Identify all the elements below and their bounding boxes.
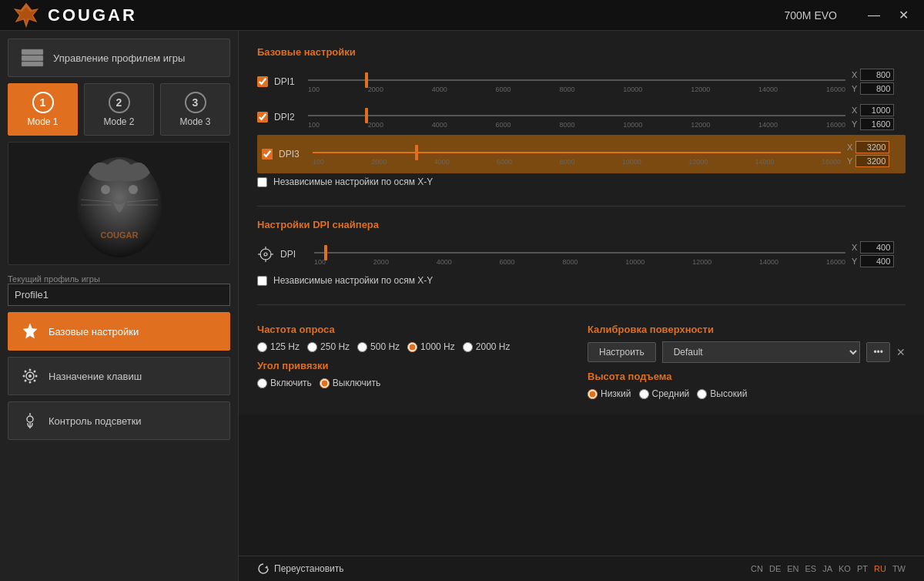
logo-area: COUGAR [12,2,137,29]
profile-section: Текущий профиль игры [8,271,230,306]
nav-basic-settings-button[interactable]: Базовые настройки [8,312,230,351]
independent-xy-sniper: Независимые настройки по осям X-Y [257,275,906,286]
mode-1-button[interactable]: 1 Mode 1 [8,83,78,136]
mode-3-number: 3 [185,92,206,113]
modes-row: 1 Mode 1 2 Mode 2 3 Mode 3 [8,83,230,136]
dpi2-y-input[interactable] [860,118,894,130]
reset-label: Переустановить [274,563,344,574]
svg-rect-4 [22,62,43,66]
lang-cn[interactable]: CN [751,564,763,573]
svg-point-21 [34,371,36,373]
mode-2-button[interactable]: 2 Mode 2 [84,83,154,136]
sniper-x-label: X [852,243,857,252]
device-title: 700M EVO [785,9,837,22]
lang-ru[interactable]: RU [874,564,886,573]
angle-radio-group: Включить Выключить [257,378,575,388]
sniper-section: Настройки DPI снайпера DPI [257,219,906,292]
lift-mid-radio[interactable] [639,389,649,399]
surface-dots-button[interactable]: ••• [866,342,890,362]
mode-2-label: Mode 2 [103,116,134,127]
nav-key-assignment-button[interactable]: Назначение клавиш [8,357,230,395]
sniper-title: Настройки DPI снайпера [257,219,906,230]
sniper-dpi-label: DPI [280,249,308,260]
mode-3-button[interactable]: 3 Mode 3 [160,83,230,136]
dpi3-checkbox[interactable] [262,149,273,160]
sniper-independent-xy-label: Независимые настройки по осям X-Y [273,275,433,286]
dpi3-y-input[interactable] [855,155,889,167]
polling-250-radio[interactable] [307,342,317,352]
reset-button[interactable]: Переустановить [257,563,344,575]
polling-500-radio[interactable] [357,342,367,352]
titlebar: COUGAR 700M EVO — ✕ [0,0,924,31]
polling-125-label[interactable]: 125 Hz [257,341,300,352]
lang-es[interactable]: ES [805,564,817,573]
lang-tw[interactable]: TW [892,564,906,573]
dpi3-x-input[interactable] [855,141,889,153]
polling-250-label[interactable]: 250 Hz [307,341,350,352]
angle-on-radio[interactable] [257,378,267,388]
dpi1-x-input[interactable] [860,69,894,81]
lift-mid-label[interactable]: Средний [639,388,690,399]
minimize-button[interactable]: — [865,8,883,22]
lang-ko[interactable]: KO [839,564,851,573]
polling-radio-group: 125 Hz 250 Hz 500 Hz [257,341,575,352]
reset-icon [257,563,270,575]
sniper-slider-container: 100200040006000800010000120001400016000 [314,243,845,266]
polling-2000-label[interactable]: 2000 Hz [463,341,511,352]
surface-clear-button[interactable]: ✕ [896,346,906,358]
dpi3-x-row: X [847,141,901,153]
svg-point-7 [129,185,138,194]
polling-1000-label[interactable]: 1000 Hz [407,341,455,352]
dpi1-y-input[interactable] [860,82,894,95]
dpi1-values: X Y [852,69,906,95]
lift-high-label[interactable]: Высокий [697,388,747,399]
lang-en[interactable]: EN [787,564,798,573]
polling-125-radio[interactable] [257,342,267,352]
dpi1-checkbox[interactable] [257,76,268,87]
sniper-y-label: Y [852,257,857,266]
sniper-independent-xy-checkbox[interactable] [257,276,267,286]
polling-1000-radio[interactable] [407,342,417,352]
sniper-x-input[interactable] [860,241,894,254]
independent-xy-checkbox[interactable] [257,177,267,187]
angle-off-radio[interactable] [320,378,330,388]
lang-pt[interactable]: PT [857,564,868,573]
surface-select[interactable]: Default [662,341,861,363]
mode-1-label: Mode 1 [27,116,58,127]
dpi2-x-input[interactable] [860,104,894,116]
current-profile-label: Текущий профиль игры [8,274,230,284]
dpi1-slider[interactable] [308,79,845,81]
svg-point-24 [27,416,33,422]
lift-low-label[interactable]: Низкий [588,388,631,399]
lift-low-radio[interactable] [588,389,598,399]
basic-settings-icon [21,322,39,341]
main-layout: Управление профилем игры 1 Mode 1 2 Mode… [0,31,924,581]
svg-point-16 [29,369,32,371]
dpi2-slider[interactable] [308,115,845,116]
basic-settings-title: Базовые настройки [257,46,906,58]
dpi2-y-label: Y [852,119,857,129]
calibration-title: Калибровка поверхности [588,324,906,335]
lang-de[interactable]: DE [769,564,781,573]
angle-off-label[interactable]: Выключить [320,378,380,388]
dpi3-slider[interactable] [313,152,841,153]
profile-management-button[interactable]: Управление профилем игры [8,39,230,77]
polling-2000-radio[interactable] [463,342,473,352]
app-title: COUGAR [48,5,137,25]
lang-ja[interactable]: JA [822,564,832,573]
dpi2-x-label: X [852,106,857,115]
calibrate-button[interactable]: Настроить [588,342,656,362]
polling-500-label[interactable]: 500 Hz [357,341,400,352]
lift-high-radio[interactable] [697,389,707,399]
divider-1 [257,206,906,207]
angle-on-label[interactable]: Включить [257,378,312,388]
dpi3-label: DPI3 [279,149,306,160]
nav-lighting-button[interactable]: Контроль подсветки [8,401,230,440]
svg-text:COUGAR: COUGAR [100,230,138,240]
close-button[interactable]: ✕ [896,8,912,22]
profile-name-input[interactable] [8,284,230,306]
sniper-slider[interactable] [314,252,845,254]
dpi2-checkbox[interactable] [257,112,268,123]
sniper-y-input[interactable] [860,255,894,267]
lift-radio-group: Низкий Средний Высокий [588,388,906,399]
